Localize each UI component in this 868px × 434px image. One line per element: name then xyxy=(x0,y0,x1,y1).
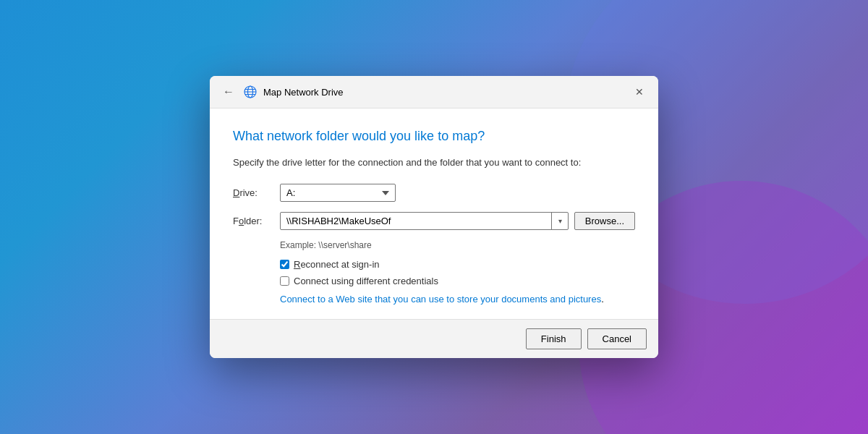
close-button[interactable]: ✕ xyxy=(629,82,650,102)
drive-select[interactable]: A: B: C: D: E: F: G: H: Z: xyxy=(280,184,396,202)
folder-input[interactable] xyxy=(280,212,569,230)
web-link-row: Connect to a Web site that you can use t… xyxy=(280,294,635,305)
different-creds-checkbox[interactable] xyxy=(280,276,289,286)
dialog-footer: Finish Cancel xyxy=(210,319,658,358)
back-button[interactable]: ← xyxy=(218,85,239,99)
dialog-heading: What network folder would you like to ma… xyxy=(233,129,635,144)
globe-icon xyxy=(243,85,258,99)
folder-dropdown-button[interactable]: ▾ xyxy=(551,212,569,230)
example-text: Example: \\server\share xyxy=(280,240,635,250)
dialog-title: Map Network Drive xyxy=(263,87,629,98)
web-site-link[interactable]: Connect to a Web site that you can use t… xyxy=(280,294,601,305)
reconnect-label[interactable]: Reconnect at sign-in xyxy=(294,259,380,270)
finish-button[interactable]: Finish xyxy=(526,328,582,349)
map-network-drive-dialog: ← Map Network Drive ✕ What network folde… xyxy=(210,76,658,358)
browse-button[interactable]: Browse... xyxy=(574,212,635,230)
dialog-subtitle: Specify the drive letter for the connect… xyxy=(233,157,635,168)
folder-label: Folder: xyxy=(233,216,280,226)
different-creds-row: Connect using different credentials xyxy=(280,276,635,286)
reconnect-row: Reconnect at sign-in xyxy=(280,259,635,270)
cancel-button[interactable]: Cancel xyxy=(587,328,647,349)
dialog-titlebar: ← Map Network Drive ✕ xyxy=(210,76,658,109)
folder-input-wrapper: ▾ xyxy=(280,212,569,230)
drive-row: Drive: A: B: C: D: E: F: G: H: Z: xyxy=(233,184,635,202)
folder-row: Folder: ▾ Browse... xyxy=(233,212,635,230)
different-creds-label[interactable]: Connect using different credentials xyxy=(294,276,438,286)
dialog-body: What network folder would you like to ma… xyxy=(210,109,658,319)
reconnect-checkbox[interactable] xyxy=(280,260,289,269)
drive-label: Drive: xyxy=(233,187,280,198)
